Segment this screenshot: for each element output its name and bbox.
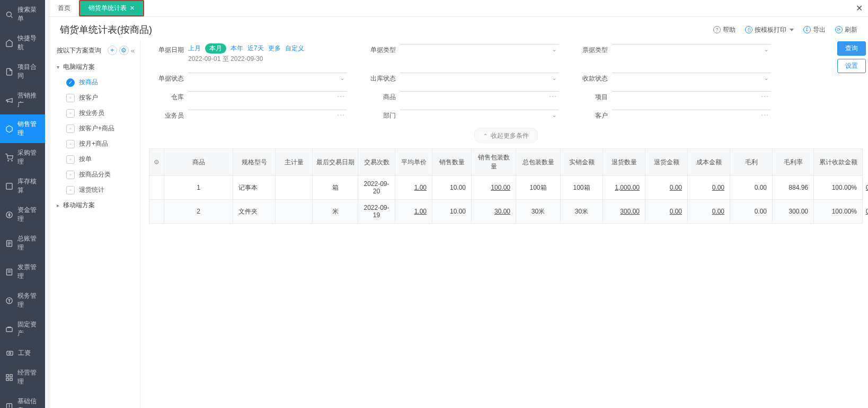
table-header[interactable]: 退货金额 [645,149,688,176]
salesman-input[interactable]: ··· [188,109,347,110]
sidebar-item-tax[interactable]: 税务管理 [0,286,45,315]
order-status-select[interactable]: ⌄ [188,72,347,73]
table-header[interactable]: 毛利率 [773,149,814,176]
tree-item[interactable]: ▫按月+商品 [57,136,140,152]
more-icon[interactable]: ··· [761,110,769,119]
action-label: 刷新 [845,25,857,34]
table-header[interactable]: 成本金额 [688,149,730,176]
tree-group[interactable]: 电脑端方案 [57,59,140,75]
add-plan-button[interactable]: + [108,46,117,55]
tree-item[interactable]: ▫按业务员 [57,105,140,121]
cell-return-amt[interactable]: 0.00 [688,176,730,200]
sidebar-item-box[interactable]: 库存核算 [0,172,45,200]
out-status-select[interactable]: ⌄ [400,72,559,73]
sidebar-item-info[interactable]: 基础信息 [0,392,45,408]
table-header[interactable]: 规格型号 [233,149,276,176]
cell-qty[interactable]: 100.00 [472,176,516,200]
tree-item[interactable]: ▫退货统计 [57,182,140,198]
sidebar-item-label: 发票管理 [17,263,40,281]
date-last7[interactable]: 近7天 [247,44,264,53]
tree-group[interactable]: 移动端方案 [57,198,140,213]
sidebar-item-ledger[interactable]: 总账管理 [0,229,45,258]
table-header[interactable]: 总包装数量 [516,149,561,176]
tree-item[interactable]: ▫按单 [57,152,140,167]
cell-count[interactable]: 1.00 [395,176,432,200]
export-button[interactable]: ↧导出 [803,25,826,34]
date-more[interactable]: 更多 [268,44,281,53]
sidebar-item-megaphone[interactable]: 营销推广 [0,86,45,114]
cell-amount[interactable]: 1,000.00 [603,176,645,200]
plan-settings-button[interactable]: ⚙ [119,46,129,55]
sidebar-item-manage[interactable]: 经营管理 [0,363,45,392]
window-close-icon[interactable]: ✕ [853,2,865,14]
table-header[interactable]: 累计收款金额 [814,149,863,176]
customer-input[interactable]: ··· [612,109,771,110]
query-button[interactable]: 查询 [837,41,866,56]
tab-report[interactable]: 销货单统计表 ✕ [79,0,144,16]
table-header[interactable]: 最后交易日期 [313,149,358,176]
date-custom[interactable]: 自定义 [285,44,304,53]
cell-return-qty[interactable]: 0.00 [645,176,688,200]
print-button[interactable]: ⎙按模板打印 [745,25,794,34]
tree-item[interactable]: ▫按商品分类 [57,167,140,182]
table-header[interactable]: 退货数量 [603,149,645,176]
cell-total-pack: 30米 [561,200,603,224]
ticket-type-select[interactable]: ⌄ [612,43,771,45]
tree-item[interactable]: ▫按客户+商品 [57,121,140,136]
project-input[interactable]: ··· [612,91,771,92]
warehouse-input[interactable]: ··· [188,91,347,92]
cell-spec [276,176,313,200]
table-header[interactable]: 毛利 [730,149,773,176]
tree-item-icon: ✓ [66,78,75,87]
order-type-select[interactable]: ⌄ [400,43,559,45]
tree-item[interactable]: ✓按商品 [57,75,140,90]
cell-qty[interactable]: 30.00 [472,200,516,224]
table-header[interactable]: 交易次数 [358,149,395,176]
collapse-conditions-button[interactable]: ⌃收起更多条件 [474,128,538,143]
svg-rect-9 [6,351,12,356]
close-icon[interactable]: ✕ [130,5,135,12]
date-this-year[interactable]: 本年 [231,44,243,53]
table-header[interactable]: 实销金额 [561,149,603,176]
sidebar-item-cart[interactable]: 采购管理 [0,143,45,172]
table-header[interactable]: 主计量 [276,149,313,176]
table-header[interactable]: 平均单价 [395,149,432,176]
collapse-tree-icon[interactable]: « [131,47,135,55]
sidebar-item-invoice[interactable]: 发票管理 [0,258,45,286]
more-icon[interactable]: ··· [337,92,345,100]
sidebar-item-cube[interactable]: 销售管理 [0,114,45,143]
table-settings-header[interactable]: ⚙ [149,149,164,176]
sidebar-item-asset[interactable]: 固定资产 [0,315,45,343]
department-select[interactable]: ⌄ [400,109,559,110]
table-header[interactable]: 销售包装数量 [472,149,516,176]
table-header[interactable]: 商品 [164,149,233,176]
refresh-button[interactable]: ⟳刷新 [835,25,857,34]
tab-home[interactable]: 首页 [49,0,79,16]
date-this-month[interactable]: 本月 [205,43,226,54]
table-header[interactable]: 销售数量 [432,149,472,176]
cell-amount[interactable]: 300.00 [603,200,645,224]
cell-count[interactable]: 1.00 [395,200,432,224]
svg-rect-8 [6,327,12,332]
more-icon[interactable]: ··· [761,92,769,100]
sidebar-item-home[interactable]: 快捷导航 [0,29,45,57]
asset-icon [5,325,13,333]
date-prev-month[interactable]: 上月 [188,44,201,53]
sidebar-item-search[interactable]: 搜索菜单 [0,0,45,29]
cell-return-qty[interactable]: 0.00 [645,200,688,224]
tree-item[interactable]: ▫按客户 [57,90,140,105]
table-row[interactable]: 2文件夹米2022-09-191.0010.0030.0030米30米300.0… [149,200,863,224]
setting-button[interactable]: 设置 [837,59,866,73]
sidebar-item-coin[interactable]: 资金管理 [0,200,45,229]
tree-item-icon: ▫ [66,109,75,118]
pay-status-select[interactable]: ⌄ [612,72,771,73]
sidebar-item-doc[interactable]: 项目合同 [0,57,45,86]
help-button[interactable]: ?帮助 [713,25,736,34]
more-icon[interactable]: ··· [549,92,557,100]
more-icon[interactable]: ··· [337,110,345,119]
product-input[interactable]: ··· [400,91,559,92]
sidebar-item-wage[interactable]: 工资 [0,343,45,363]
cell-return-amt[interactable]: 0.00 [688,200,730,224]
table-row[interactable]: 1记事本箱2022-09-201.0010.00100.00100箱100箱1,… [149,176,863,200]
date-field[interactable]: 上月 本月 本年 近7天 更多 自定义 2022-09-01 至 2022-09… [188,43,347,65]
